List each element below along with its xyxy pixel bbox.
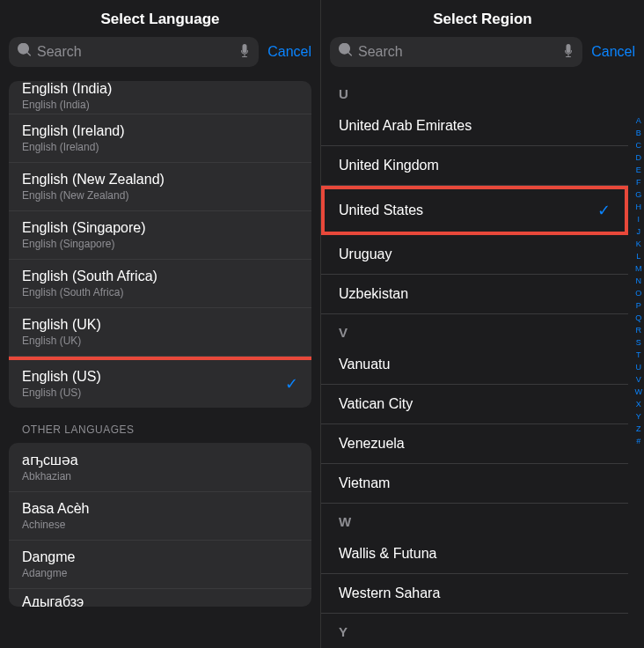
item-text: English (Singapore)English (Singapore) <box>22 220 146 250</box>
language-item-subtitle: English (Ireland) <box>22 141 125 153</box>
other-language-subtitle: Adangme <box>22 567 75 579</box>
region-item-title: United States <box>339 202 423 218</box>
index-letter[interactable]: T <box>635 349 643 361</box>
index-letter[interactable]: V <box>635 373 643 386</box>
index-letter[interactable]: R <box>635 324 643 336</box>
index-letter[interactable]: # <box>635 435 643 447</box>
language-item-title: English (UK) <box>22 317 101 333</box>
section-letter: W <box>321 504 628 534</box>
index-letter[interactable]: E <box>635 164 643 176</box>
region-item[interactable]: Vatican City <box>321 385 628 424</box>
index-letter[interactable]: S <box>635 336 643 349</box>
section-letter: Y <box>321 614 628 644</box>
index-bar[interactable]: ABCDEFGHIJKLMNOPQRSTUVWXYZ# <box>635 114 643 447</box>
index-letter[interactable]: H <box>635 201 643 213</box>
index-letter[interactable]: Y <box>635 410 643 423</box>
other-language-title: Dangme <box>22 549 75 565</box>
region-item-title: Vanuatu <box>339 357 390 372</box>
item-text: English (India)English (India) <box>22 81 112 111</box>
search-input[interactable] <box>358 44 558 60</box>
region-item-title: United Kingdom <box>339 158 439 173</box>
region-list: UUnited Arab EmiratesUnited KingdomUnite… <box>321 76 644 644</box>
item-text: DangmeAdangme <box>22 549 75 579</box>
region-item[interactable]: Uruguay <box>321 235 628 275</box>
language-item-subtitle: English (India) <box>22 99 112 111</box>
index-letter[interactable]: A <box>635 114 643 127</box>
mic-icon[interactable] <box>239 44 250 61</box>
language-item[interactable]: English (Singapore)English (Singapore) <box>9 211 311 260</box>
language-header: Select Language Cancel <box>0 0 320 76</box>
language-item-title: English (New Zealand) <box>22 172 165 188</box>
index-letter[interactable]: D <box>635 151 643 164</box>
index-letter[interactable]: W <box>635 386 643 398</box>
region-item[interactable]: Uzbekistan <box>321 275 628 314</box>
region-item-title: United Arab Emirates <box>339 118 472 134</box>
other-language-item[interactable]: аҧсшәаAbkhazian <box>9 443 311 492</box>
language-item[interactable]: English (Ireland)English (Ireland) <box>9 114 311 163</box>
language-panel: Select Language Cancel English (India)En… <box>0 0 321 648</box>
index-letter[interactable]: O <box>635 287 643 299</box>
search-box[interactable] <box>9 37 259 67</box>
region-item-title: Vietnam <box>339 475 390 491</box>
region-item[interactable]: United Arab Emirates <box>321 107 628 146</box>
index-letter[interactable]: L <box>635 250 643 262</box>
language-item[interactable]: English (UK)English (UK) <box>9 308 311 357</box>
index-letter[interactable]: B <box>635 127 643 139</box>
cancel-button[interactable]: Cancel <box>591 44 635 60</box>
language-item-title: English (South Africa) <box>22 269 157 284</box>
other-language-item[interactable]: DangmeAdangme <box>9 541 311 589</box>
index-letter[interactable]: P <box>635 299 643 312</box>
language-item-title: English (India) <box>22 81 112 97</box>
index-letter[interactable]: J <box>635 225 643 238</box>
index-letter[interactable]: F <box>635 176 643 188</box>
language-item-subtitle: English (South Africa) <box>22 286 157 298</box>
region-item-title: Uzbekistan <box>339 286 408 302</box>
search-box[interactable] <box>330 37 582 67</box>
other-language-item[interactable]: Basa AcèhAchinese <box>9 492 311 541</box>
region-item[interactable]: Venezuela <box>321 424 628 464</box>
index-letter[interactable]: G <box>635 188 643 201</box>
region-item[interactable]: Vietnam <box>321 464 628 504</box>
index-letter[interactable]: Z <box>635 423 643 435</box>
region-item[interactable]: Wallis & Futuna <box>321 534 628 574</box>
index-letter[interactable]: M <box>635 262 643 275</box>
region-item[interactable]: Western Sahara <box>321 574 628 614</box>
other-languages-list: аҧсшәаAbkhazianBasa AcèhAchineseDangmeAd… <box>9 443 311 607</box>
language-item[interactable]: English (US)English (US)✓ <box>9 357 311 408</box>
index-letter[interactable]: N <box>635 275 643 287</box>
section-letter: U <box>321 76 628 107</box>
item-text: Basa AcèhAchinese <box>22 501 90 531</box>
region-panel: Select Region Cancel UUnited Arab Emirat… <box>321 0 644 648</box>
language-item[interactable]: English (South Africa)English (South Afr… <box>9 260 311 308</box>
language-item[interactable]: English (India)English (India) <box>9 81 311 114</box>
index-letter[interactable]: Q <box>635 312 643 324</box>
index-letter[interactable]: K <box>635 238 643 250</box>
region-item-title: Venezuela <box>339 436 405 452</box>
region-item[interactable]: United States✓ <box>321 186 628 235</box>
mic-icon[interactable] <box>563 44 574 61</box>
index-letter[interactable]: I <box>635 213 643 225</box>
region-item[interactable]: United Kingdom <box>321 146 628 186</box>
item-text: English (UK)English (UK) <box>22 317 101 347</box>
language-item[interactable]: English (New Zealand)English (New Zealan… <box>9 163 311 211</box>
region-title: Select Region <box>321 0 644 37</box>
region-header: Select Region Cancel <box>321 0 644 76</box>
other-language-subtitle: Abkhazian <box>22 470 78 482</box>
region-item[interactable]: Vanuatu <box>321 345 628 385</box>
other-language-subtitle: Achinese <box>22 519 90 531</box>
index-letter[interactable]: X <box>635 398 643 410</box>
index-letter[interactable]: U <box>635 361 643 373</box>
search-row: Cancel <box>0 37 320 67</box>
other-language-title: Basa Acèh <box>22 501 90 517</box>
other-language-item[interactable]: Адыгабзэ <box>9 589 311 607</box>
index-letter[interactable]: C <box>635 139 643 151</box>
search-input[interactable] <box>37 44 234 60</box>
region-item-title: Vatican City <box>339 396 413 412</box>
checkmark-icon: ✓ <box>285 374 298 394</box>
item-text: English (New Zealand)English (New Zealan… <box>22 172 165 202</box>
search-icon <box>339 43 353 61</box>
language-item-title: English (Ireland) <box>22 123 125 139</box>
language-list: English (India)English (India)English (I… <box>9 81 311 408</box>
language-item-title: English (US) <box>22 369 101 385</box>
cancel-button[interactable]: Cancel <box>267 44 311 60</box>
